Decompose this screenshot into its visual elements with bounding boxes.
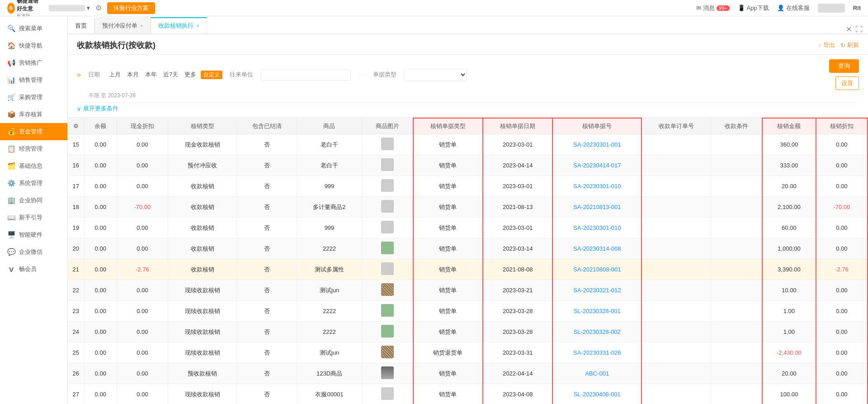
filter-setting-button[interactable]: 设置 <box>835 76 859 90</box>
tab-home[interactable]: 首页 <box>68 17 94 33</box>
filter-expand-arrow[interactable]: » <box>77 71 81 79</box>
td-receipt-order-no <box>642 238 711 259</box>
invoice-no-link[interactable]: SA-20230301-010 <box>573 183 621 190</box>
invoice-no-link[interactable]: SL-20230408-001 <box>574 391 621 398</box>
th-settings[interactable]: ⚙ <box>68 118 84 134</box>
th-writeoff-amount: 核销金额 <box>762 118 816 134</box>
refresh-button[interactable]: ↻ 刷新 <box>840 41 859 49</box>
date-option-7days[interactable]: 近7天 <box>161 70 180 80</box>
sidebar-item-purchase[interactable]: 🛒 采购管理 <box>0 89 67 106</box>
expand-more-button[interactable]: ∨ 展开更多条件 <box>77 105 118 113</box>
monitor-icon: 🖥️ <box>7 231 15 239</box>
message-button[interactable]: ✉ 消息 99+ <box>696 4 730 12</box>
partner-input[interactable] <box>260 69 351 81</box>
sidebar-item-member[interactable]: V 畅会员 <box>0 261 67 278</box>
td-writeoff-discount: 0.00 <box>816 384 868 404</box>
settings-gear-icon[interactable]: ⚙ <box>95 4 102 12</box>
query-button[interactable]: 查询 <box>829 59 859 73</box>
tab-prepay-close[interactable]: × <box>140 23 143 29</box>
tab-collection-close[interactable]: × <box>196 23 199 29</box>
sidebar-item-wechat[interactable]: 💬 企业微信 <box>0 243 67 261</box>
td-payment-condition <box>711 218 762 238</box>
invoice-no-link[interactable]: SL-20230328-001 <box>574 308 621 314</box>
td-balance: 0.00 <box>84 155 117 176</box>
sidebar-item-quicknav[interactable]: 🏠 快捷导航 <box>0 37 67 54</box>
td-goods: 123D商品 <box>297 363 362 384</box>
tab-collection[interactable]: 收款核销执行 × <box>151 17 207 33</box>
td-writeoff-discount: -2.76 <box>816 259 868 280</box>
app-download-button[interactable]: 📱 App下载 <box>738 4 769 12</box>
date-option-last-month[interactable]: 上月 <box>107 70 123 80</box>
sidebar-item-inventory[interactable]: 📦 库存核算 <box>0 106 67 123</box>
solution-button[interactable]: 休验行业方案 <box>107 2 155 14</box>
tab-bar: 首页 预付冲应付单 × 收款核销执行 × ✕ ⛶ <box>68 16 868 34</box>
th-goods: 商品 <box>297 118 362 134</box>
online-service-button[interactable]: 👤 在线客服 <box>777 4 810 12</box>
column-settings-icon[interactable]: ⚙ <box>73 123 79 129</box>
td-balance: 0.00 <box>84 238 117 259</box>
td-invoice-type: 销货单 <box>413 218 483 238</box>
order-type-select[interactable] <box>404 69 467 81</box>
date-option-more[interactable]: 更多 <box>183 70 198 80</box>
download-icon: 📱 <box>738 5 745 11</box>
td-invoice-no: SA-20230301-010 <box>552 218 642 238</box>
td-payment-condition <box>711 155 762 176</box>
sidebar-item-basicinfo[interactable]: 🗂️ 基础信息 <box>0 157 67 175</box>
sidebar-item-marketing[interactable]: 📢 营销推广 <box>0 54 67 71</box>
td-goods: 999 <box>297 176 362 197</box>
sidebar-item-guide[interactable]: 📖 新手引导 <box>0 209 67 226</box>
clipboard-icon: 📋 <box>7 145 15 153</box>
invoice-no-link[interactable]: SA-20230301-001 <box>573 141 621 148</box>
td-invoice-no: SA-20230301-010 <box>552 176 642 197</box>
export-button[interactable]: ↑ 导出 <box>819 41 835 49</box>
th-goods-image: 商品图片 <box>362 118 413 134</box>
td-payment-condition <box>711 197 762 218</box>
td-writeoff-discount: 0.00 <box>816 218 868 238</box>
invoice-no-link[interactable]: SA-20210813-001 <box>573 204 621 210</box>
td-goods: 多计量商品2 <box>297 197 362 218</box>
td-goods: 老白干 <box>297 134 362 155</box>
sidebar-item-operations[interactable]: 📋 经营管理 <box>0 140 67 157</box>
td-writeoff-type: 收款核销 <box>168 197 237 218</box>
invoice-no-link[interactable]: SA-20230301-010 <box>573 224 621 231</box>
tab-prepay[interactable]: 预付冲应付单 × <box>94 17 151 33</box>
td-cash-discount: 0.00 <box>117 218 168 238</box>
invoice-no-link[interactable]: ABC-001 <box>585 370 609 377</box>
date-option-this-month[interactable]: 本月 <box>125 70 141 80</box>
user-avatar[interactable] <box>818 4 845 13</box>
data-table: ⚙ 余额 现金折扣 核销类型 包含已结清 商品 商品图片 核销单据类型 核销单据… <box>68 118 868 404</box>
table-row: 26 0.00 0.00 预收款核销 否 123D商品 销货单 2022-04-… <box>68 363 868 384</box>
sidebar-item-sales[interactable]: 📊 销售管理 <box>0 71 67 89</box>
date-option-this-year[interactable]: 本年 <box>143 70 159 80</box>
invoice-no-link[interactable]: SA-20230314-008 <box>573 245 621 252</box>
invoice-no-link[interactable]: SA-20230321-012 <box>573 287 621 294</box>
sidebar-item-system[interactable]: ⚙️ 系统管理 <box>0 175 67 192</box>
search-icon: 🔍 <box>7 24 15 33</box>
td-goods-image <box>362 197 413 218</box>
td-receipt-order-no <box>642 363 711 384</box>
page-header-actions: ↑ 导出 ↻ 刷新 <box>819 41 859 49</box>
td-payment-condition <box>711 384 762 404</box>
invoice-no-link[interactable]: SA-20230414-017 <box>573 162 621 169</box>
app-dropdown[interactable]: ▾ <box>49 5 90 11</box>
invoice-no-link[interactable]: SA-20210808-001 <box>573 266 621 273</box>
sidebar-item-enterprise[interactable]: 🏢 企业协同 <box>0 192 67 209</box>
date-custom-button[interactable]: 自定义 <box>201 71 222 79</box>
invoice-no-link[interactable]: SL-20230328-002 <box>574 328 621 335</box>
td-invoice-no: SA-20230331-026 <box>552 342 642 363</box>
sidebar-item-finance[interactable]: 💰 资金管理 <box>0 123 67 140</box>
filter-date-range-text: 不限 至 2023-07-26 <box>89 92 136 99</box>
td-writeoff-discount: 0.00 <box>816 322 868 342</box>
sidebar-item-hardware[interactable]: 🖥️ 智能硬件 <box>0 226 67 243</box>
maximize-icon[interactable]: ⛶ <box>855 25 863 33</box>
message-badge: 99+ <box>717 5 730 11</box>
invoice-no-link[interactable]: SA-20230331-026 <box>573 349 621 356</box>
close-window-icon[interactable]: ✕ <box>846 25 852 33</box>
table-row: 25 0.00 0.00 现续收款核销 否 测试jun 销货退货单 2023-0… <box>68 342 868 363</box>
td-receipt-order-no <box>642 301 711 322</box>
sidebar-item-search[interactable]: 🔍 搜索菜单 <box>0 20 67 37</box>
th-cash-discount: 现金折扣 <box>117 118 168 134</box>
app-name: 畅捷通谱好生意 <box>17 0 43 13</box>
td-writeoff-discount: 0.00 <box>816 155 868 176</box>
td-writeoff-discount: 0.00 <box>816 280 868 301</box>
